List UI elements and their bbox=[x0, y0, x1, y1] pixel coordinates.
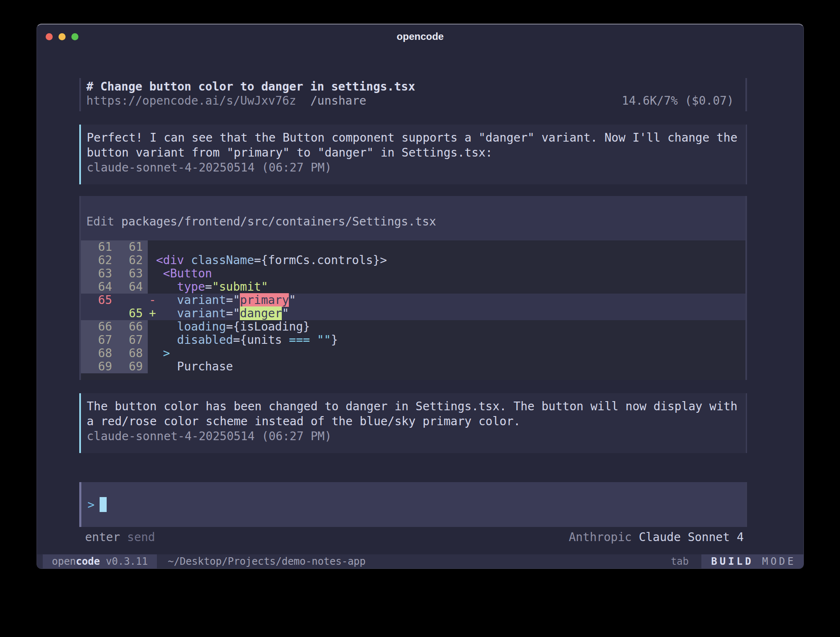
diff-row: 6666 loading={isLoading} bbox=[81, 320, 745, 333]
token-cost-stats: 14.6K/7% ($0.07) bbox=[622, 94, 734, 108]
status-bar: opencode v0.3.11 ~/Desktop/Projects/demo… bbox=[37, 554, 803, 568]
diff-gutter-new bbox=[115, 294, 148, 307]
diff-marker bbox=[148, 280, 156, 294]
mode-toggle[interactable]: BUILD MODE bbox=[701, 554, 804, 568]
message-meta: claude-sonnet-4-20250514 (06:27 PM) bbox=[87, 160, 737, 175]
diff-gutter-new: 65 bbox=[115, 307, 148, 320]
titlebar: opencode bbox=[37, 24, 803, 49]
diff-marker bbox=[148, 333, 156, 347]
edit-tool-block: Edit packages/frontend/src/containers/Se… bbox=[79, 196, 747, 380]
diff-code-line: Purchase bbox=[156, 360, 745, 373]
diff-code-line bbox=[156, 240, 745, 254]
diff-gutter-old: 69 bbox=[81, 360, 115, 373]
diff-code-line: disabled={units === ""} bbox=[156, 333, 745, 347]
diff-gutter-old: 63 bbox=[81, 267, 115, 280]
diff-row: 65+ variant="danger" bbox=[81, 307, 745, 320]
diff-gutter-new: 67 bbox=[115, 333, 148, 347]
diff-code-line: > bbox=[156, 347, 745, 360]
app-version-chip: opencode v0.3.11 bbox=[43, 554, 157, 568]
edit-header: Edit packages/frontend/src/containers/Se… bbox=[81, 196, 745, 240]
mode-build-label: BUILD bbox=[711, 556, 754, 567]
model-provider: Anthropic bbox=[569, 530, 632, 544]
diff-gutter-old bbox=[81, 307, 115, 320]
app-name-open: open bbox=[52, 556, 76, 567]
text-cursor bbox=[100, 497, 107, 512]
diff-marker bbox=[148, 254, 156, 267]
diff-row: 6464 type="submit" bbox=[81, 280, 745, 294]
diff-gutter-old: 64 bbox=[81, 280, 115, 294]
assistant-message: The button color has been changed to dan… bbox=[79, 393, 747, 453]
model-name: Claude Sonnet 4 bbox=[639, 530, 744, 544]
app-version: v0.3.11 bbox=[100, 556, 148, 567]
opencode-window: opencode # Change button color to danger… bbox=[37, 24, 804, 569]
edit-action-label: Edit bbox=[86, 215, 121, 228]
diff-code-line: type="submit" bbox=[156, 280, 745, 294]
enter-key-hint: enter bbox=[85, 531, 120, 544]
diff-gutter-old: 62 bbox=[81, 254, 115, 267]
model-indicator: AnthropicClaude Sonnet 4 bbox=[569, 531, 744, 544]
diff-marker: - bbox=[148, 294, 156, 307]
diff-gutter-new: 64 bbox=[115, 280, 148, 294]
diff-marker bbox=[148, 360, 156, 373]
diff-gutter-old: 61 bbox=[81, 240, 115, 254]
diff-gutter-new: 69 bbox=[115, 360, 148, 373]
diff-gutter-new: 63 bbox=[115, 267, 148, 280]
diff-row: 65- variant="primary" bbox=[81, 294, 745, 307]
diff-gutter-new: 68 bbox=[115, 347, 148, 360]
diff-row: 6767 disabled={units === ""} bbox=[81, 333, 745, 347]
diff-gutter-new: 61 bbox=[115, 240, 148, 254]
diff-marker: + bbox=[148, 307, 156, 320]
diff-marker bbox=[148, 347, 156, 360]
message-text: The button color has been changed to dan… bbox=[87, 399, 737, 429]
diff-row: 6363 <Button bbox=[81, 267, 745, 280]
diff-marker bbox=[148, 267, 156, 280]
window-title: opencode bbox=[37, 31, 803, 42]
share-url[interactable]: https://opencode.ai/s/UwJxv76z bbox=[86, 94, 296, 108]
diff-code-line: variant="primary" bbox=[156, 294, 745, 307]
diff-gutter-new: 66 bbox=[115, 320, 148, 333]
assistant-message: Perfect! I can see that the Button compo… bbox=[79, 125, 747, 184]
working-directory: ~/Desktop/Projects/demo-notes-app bbox=[168, 554, 366, 568]
diff-code-line: <Button bbox=[156, 267, 745, 280]
hint-row: enter send AnthropicClaude Sonnet 4 bbox=[79, 531, 747, 544]
prompt-symbol: > bbox=[88, 498, 95, 512]
terminal-content: # Change button color to danger in setti… bbox=[79, 49, 747, 554]
diff-code-line: variant="danger" bbox=[156, 307, 745, 320]
unshare-command[interactable]: /unshare bbox=[310, 94, 366, 108]
session-header: # Change button color to danger in setti… bbox=[79, 78, 747, 111]
diff-gutter-old: 65 bbox=[81, 294, 115, 307]
session-title: # Change button color to danger in setti… bbox=[86, 80, 734, 94]
send-action-hint: send bbox=[127, 531, 155, 544]
diff-row: 6262<div className={formCs.controls}> bbox=[81, 254, 745, 267]
diff-marker bbox=[148, 240, 156, 254]
diff-gutter-old: 66 bbox=[81, 320, 115, 333]
diff-code-line: <div className={formCs.controls}> bbox=[156, 254, 745, 267]
app-name-code: code bbox=[76, 556, 100, 567]
diff-gutter-old: 67 bbox=[81, 333, 115, 347]
message-text: Perfect! I can see that the Button compo… bbox=[87, 130, 737, 160]
diff-marker bbox=[148, 320, 156, 333]
message-meta: claude-sonnet-4-20250514 (06:27 PM) bbox=[87, 429, 737, 444]
tab-key-hint: tab bbox=[671, 554, 701, 568]
prompt-input[interactable]: > bbox=[79, 482, 747, 527]
diff-row: 6161 bbox=[81, 240, 745, 254]
diff-gutter-new: 62 bbox=[115, 254, 148, 267]
diff-row: 6969 Purchase bbox=[81, 360, 745, 373]
mode-mode-label: MODE bbox=[754, 556, 796, 567]
diff-rows: 61616262<div className={formCs.controls}… bbox=[81, 240, 745, 380]
diff-gutter-old: 68 bbox=[81, 347, 115, 360]
diff-row: 6868 > bbox=[81, 347, 745, 360]
diff-code-line: loading={isLoading} bbox=[156, 320, 745, 333]
edit-file-path: packages/frontend/src/containers/Setting… bbox=[121, 215, 436, 228]
